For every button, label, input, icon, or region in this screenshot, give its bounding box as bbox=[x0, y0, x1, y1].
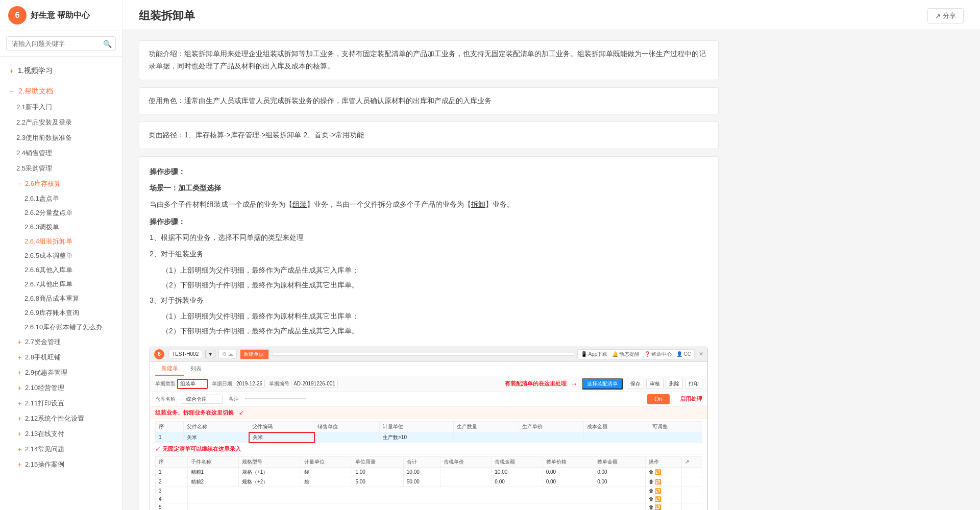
sim-audit-btn[interactable]: 审核 bbox=[646, 379, 664, 389]
sim-tab-new[interactable]: 新建单 bbox=[155, 362, 184, 376]
screenshot-container: 6 TEST-H002 ▼ ⚙ ☁ 新建单据· 📱 App下载 🔔 动态提醒 ❓… bbox=[150, 347, 708, 510]
sim-logo: 6 bbox=[154, 349, 164, 359]
sim-lcell-seq1: 1 bbox=[156, 467, 188, 477]
sim-bill-type-label: 单据类型 bbox=[155, 380, 176, 387]
sidebar-item-other-out[interactable]: 2.6.7其他出库单 bbox=[0, 277, 122, 292]
sim-select-bill-btn[interactable]: 选择装配清单 bbox=[582, 378, 623, 390]
sidebar-item-goods-cost[interactable]: 2.6.8商品成本重算 bbox=[0, 292, 122, 306]
sim-lower-table: 序 子件名称 规格型号 计量单位 单位用量 合计 含税单价 含税金额 整单价格 bbox=[155, 456, 702, 510]
sim-lcell-exp5 bbox=[682, 503, 702, 510]
sim-toolbar-btns: 保存 审核 删除 打印 bbox=[627, 379, 702, 389]
sim-delete-btn[interactable]: 删除 bbox=[666, 379, 683, 389]
search-input[interactable] bbox=[6, 36, 116, 51]
sim-lth-tax-amount: 含税金额 bbox=[492, 456, 543, 467]
sim-lcell-name1: 精粮1 bbox=[187, 467, 238, 477]
sim-lcell-taxprice2 bbox=[440, 477, 491, 487]
sidebar-item-print[interactable]: ＋2.11打印设置 bbox=[0, 396, 122, 411]
sim-tab-list[interactable]: 列表 bbox=[184, 362, 208, 375]
user-role-box: 使用角色：通常由生产人员或库管人员完成拆装业务的操作，库管人员确认原材料的出库和… bbox=[139, 87, 719, 115]
sim-warehouse-row: 仓库名称 综合仓库 备注 On 启用处理 bbox=[150, 392, 707, 407]
search-box: 🔍 bbox=[0, 31, 122, 57]
sim-bill-no-input[interactable]: AD-20191226-001 bbox=[291, 380, 338, 387]
sim-lcell-totalamt1: 0.00 bbox=[594, 467, 645, 477]
sidebar-item-dataprep[interactable]: 2.3使用前数据准备 bbox=[0, 130, 122, 145]
sidebar-item-assembly[interactable]: 2.6.4组装拆卸单 bbox=[0, 234, 122, 249]
sidebar-nav: ＋ 1.视频学习 － 2.帮助文档 2.1新手入门 2.2产品安装及登录 2.3… bbox=[0, 57, 122, 510]
sim-lcell-total2: 50.00 bbox=[403, 477, 440, 487]
expand-icon-video: ＋ bbox=[8, 66, 15, 76]
sidebar-item-sales[interactable]: 2.4销售管理 bbox=[0, 145, 122, 161]
search-icon[interactable]: 🔍 bbox=[103, 40, 112, 48]
annotation-text-3: 启用处理 bbox=[680, 395, 702, 403]
sim-date-input[interactable]: 2019-12-26 bbox=[234, 380, 265, 387]
table-row[interactable]: 1 关米 关米 生产数>10 bbox=[156, 432, 702, 443]
sim-th-parent-name: 父件名称 bbox=[184, 421, 249, 432]
content-header: 组装拆卸单 ↗ 分享 bbox=[122, 0, 980, 30]
sim-memo-input[interactable] bbox=[245, 398, 306, 400]
operations-title: 操作步骤： bbox=[150, 166, 708, 178]
sim-section-header: 组装业务、拆卸业务在这里切换 ↙ bbox=[150, 407, 707, 419]
table-row[interactable]: 2 精粮2 规格（+2） 袋 5.00 50.00 0.00 0.00 0 bbox=[156, 477, 702, 487]
sidebar-item-online-pay[interactable]: ＋2.13在线支付 bbox=[0, 426, 122, 442]
sidebar-item-cost-adj[interactable]: 2.6.5成本调整单 bbox=[0, 249, 122, 263]
sim-save-btn[interactable]: 保存 bbox=[627, 379, 644, 389]
sidebar-item-inv-check[interactable]: 2.6.9库存账本查询 bbox=[0, 306, 122, 320]
sidebar-item-ops[interactable]: ＋2.10经营管理 bbox=[0, 380, 122, 396]
sim-lcell-taxamt2: 0.00 bbox=[492, 477, 543, 487]
table-row[interactable]: 3 🗑 🔁 bbox=[156, 487, 702, 495]
sim-lth-expand: ↗ bbox=[682, 456, 702, 467]
sim-warehouse-input[interactable]: 综合仓库 bbox=[182, 395, 223, 404]
sim-lcell-unit2: 袋 bbox=[301, 477, 352, 487]
sim-bill-type-field: 单据类型 组装单 bbox=[155, 379, 208, 389]
annotation-text-4: ↙ 无固定清单可以继续在这里录入 bbox=[155, 446, 241, 452]
sim-lcell-exp2 bbox=[682, 477, 702, 487]
collapse-icon-docs: － bbox=[8, 87, 15, 96]
sim-bill-type-input[interactable]: 组装单 bbox=[177, 379, 208, 389]
sidebar-item-install[interactable]: 2.2产品安装及登录 bbox=[0, 115, 122, 130]
sidebar-item-video[interactable]: ＋ 1.视频学习 bbox=[0, 63, 122, 79]
sidebar-item-mobile[interactable]: ＋2.8手机旺铺 bbox=[0, 350, 122, 365]
sidebar-item-video-label: 1.视频学习 bbox=[18, 66, 53, 76]
sim-lcell-op3: 🗑 🔁 bbox=[645, 487, 682, 495]
sim-lcell-op5: 🗑 🔁 bbox=[645, 503, 682, 510]
sim-annotation4-row: ↙ 无固定清单可以继续在这里录入 bbox=[150, 444, 707, 454]
sim-th-unit: 销售单位 bbox=[314, 421, 380, 432]
sim-date-label: 单据日期 bbox=[212, 380, 232, 387]
sidebar-item-finance[interactable]: ＋2.7资金管理 bbox=[0, 334, 122, 350]
sidebar-item-newcomer[interactable]: 2.1新手入门 bbox=[0, 100, 122, 115]
sim-lcell-name2: 精粮2 bbox=[187, 477, 238, 487]
sidebar-item-cases[interactable]: ＋2.15操作案例 bbox=[0, 457, 122, 472]
sim-lcell-empty3 bbox=[187, 487, 645, 495]
sim-print-btn[interactable]: 打印 bbox=[685, 379, 702, 389]
sidebar-item-split-stock[interactable]: 2.6.2分量盘点单 bbox=[0, 206, 122, 220]
table-row[interactable]: 1 精粮1 规格（+1） 袋 1.00 10.00 10.00 0.00 bbox=[156, 467, 702, 477]
sidebar-item-personalize[interactable]: ＋2.12系统个性化设置 bbox=[0, 411, 122, 426]
sim-close-icon[interactable]: ✕ bbox=[699, 351, 703, 357]
sim-lth-seq: 序 bbox=[156, 456, 188, 467]
sidebar-item-purchase[interactable]: 2.5采购管理 bbox=[0, 161, 122, 176]
sim-lcell-exp4 bbox=[682, 495, 702, 503]
sidebar-item-faq[interactable]: ＋2.14常见问题 bbox=[0, 442, 122, 457]
sim-lcell-empty4 bbox=[187, 495, 645, 503]
sim-lcell-exp1 bbox=[682, 467, 702, 477]
sidebar-item-other-in[interactable]: 2.6.6其他入库单 bbox=[0, 263, 122, 277]
function-intro-box: 功能介绍：组装拆卸单用来处理企业组装或拆卸等加工业务，支持有固定装配清单的产品加… bbox=[139, 40, 719, 80]
page-title: 组装拆卸单 bbox=[139, 8, 195, 23]
sim-th-adjustable: 可调整 bbox=[649, 421, 702, 432]
table-row[interactable]: 5 🗑 🔁 bbox=[156, 503, 702, 510]
sidebar-item-account-err[interactable]: 2.6.10库存账本错了怎么办 bbox=[0, 320, 122, 334]
sim-lth-unit: 计量单位 bbox=[301, 456, 352, 467]
sidebar-item-adjust[interactable]: 2.6.3调拨单 bbox=[0, 220, 122, 234]
sidebar-item-coupon[interactable]: ＋2.9优惠券管理 bbox=[0, 365, 122, 380]
sidebar-item-stocktake[interactable]: 2.6.1盘点单 bbox=[0, 191, 122, 206]
on-badge[interactable]: On bbox=[647, 394, 670, 404]
sim-lcell-taxamt1: 10.00 bbox=[492, 467, 543, 477]
sim-app-icons: 📱 App下载 🔔 动态提醒 ❓ 帮助中心 👤 CC bbox=[577, 349, 695, 359]
share-button[interactable]: ↗ 分享 bbox=[927, 8, 964, 23]
sim-lcell-op1: 🗑 🔁 bbox=[645, 467, 682, 477]
page-path-box: 页面路径：1、库存核算->库存管理->组装拆卸单 2、首页->常用功能 bbox=[139, 122, 719, 149]
sim-new-btn[interactable]: 新建单据· bbox=[240, 349, 269, 359]
sidebar-item-inventory[interactable]: －2.6库存核算 bbox=[0, 176, 122, 191]
sidebar-item-docs[interactable]: － 2.帮助文档 bbox=[0, 83, 122, 100]
table-row[interactable]: 4 🗑 🔁 bbox=[156, 495, 702, 503]
